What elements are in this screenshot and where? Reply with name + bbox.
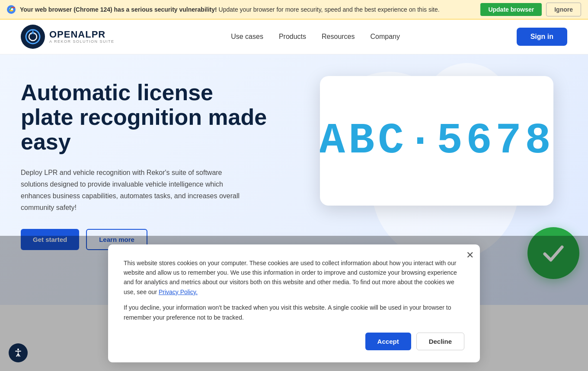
nav-products[interactable]: Products [279,33,306,41]
hero-content: Automatic license plate recognition made… [21,80,272,250]
chrome-icon [7,5,16,14]
plate-text: ABC·5678 [320,117,553,165]
cookie-overlay: ✕ This website stores cookies on your co… [0,236,588,305]
hero-description: Deploy LPR and vehicle recognition with … [21,167,246,214]
main-nav: OPENALPR A REKOR SOLUTION SUITE Use case… [0,19,588,54]
security-banner: Your web browser (Chrome 124) has a seri… [0,0,588,19]
cookie-close-button[interactable]: ✕ [466,251,474,260]
ignore-button[interactable]: Ignore [546,3,581,16]
nav-company[interactable]: Company [371,33,400,41]
cookie-banner: ✕ This website stores cookies on your co… [108,244,480,305]
brand-sub: A REKOR SOLUTION SUITE [49,40,115,44]
svg-point-3 [29,33,37,41]
license-plate-display: ABC·5678 [320,76,553,206]
nav-use-cases[interactable]: Use cases [231,33,263,41]
logo-area[interactable]: OPENALPR A REKOR SOLUTION SUITE [21,25,115,49]
cookie-text-2: If you decline, your information won't b… [124,303,464,305]
update-browser-button[interactable]: Update browser [480,3,542,16]
nav-resources[interactable]: Resources [322,33,355,41]
cookie-text-1: This website stores cookies on your comp… [124,258,464,297]
banner-detail-text: Update your browser for more security, s… [219,6,440,13]
nav-links: Use cases Products Resources Company [231,33,400,41]
logo-text: OPENALPR A REKOR SOLUTION SUITE [49,29,115,44]
hero-title: Automatic license plate recognition made… [21,80,272,155]
logo-icon [21,25,45,49]
privacy-policy-link[interactable]: Privacy Policy. [159,289,198,295]
banner-warning-text: Your web browser (Chrome 124) has a seri… [20,6,217,13]
banner-message: Your web browser (Chrome 124) has a seri… [20,6,476,13]
brand-name: OPENALPR [49,29,115,40]
signin-button[interactable]: Sign in [517,28,567,46]
